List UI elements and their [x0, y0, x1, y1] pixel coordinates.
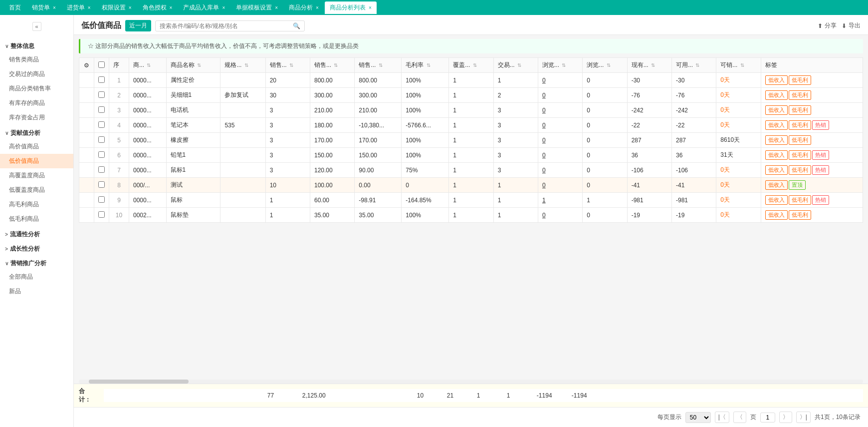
nav-template[interactable]: 单据模板设置 ×	[231, 1, 283, 14]
nav-product-in[interactable]: 产成品入库单 ×	[178, 1, 230, 14]
td-sales1: 3	[265, 103, 310, 118]
scrollbar-thumb[interactable]	[89, 380, 189, 384]
page-size-select[interactable]: 50 20 100	[685, 412, 711, 423]
export-button[interactable]: ⬇ 导出	[842, 21, 861, 30]
browse-value[interactable]: 0	[542, 92, 546, 99]
row-checkbox[interactable]	[98, 76, 105, 83]
td-num: 4	[109, 118, 129, 133]
sidebar-item-all-products[interactable]: 全部商品	[0, 270, 73, 284]
close-icon[interactable]: ×	[53, 5, 56, 10]
th-sales3[interactable]: 销售... ⇅	[355, 58, 402, 73]
close-icon[interactable]: ×	[369, 5, 372, 10]
sidebar-item-category-rate[interactable]: 商品分类销售率	[0, 81, 73, 96]
nav-sales[interactable]: 销货单 ×	[27, 1, 61, 14]
th-stock[interactable]: 现有... ⇅	[627, 58, 671, 73]
sidebar-item-low-margin[interactable]: 低毛利商品	[0, 212, 73, 226]
search-icon[interactable]: 🔍	[293, 22, 300, 29]
sidebar-item-stock-products[interactable]: 有库存的商品	[0, 96, 73, 110]
sidebar-item-sales-products[interactable]: 销售类商品	[0, 52, 73, 67]
td-browse2: 0	[583, 118, 627, 133]
td-code: 0000...	[129, 88, 167, 103]
row-checkbox[interactable]	[98, 136, 105, 143]
browse-value[interactable]: 0	[542, 182, 546, 189]
share-button[interactable]: ⬆ 分享	[818, 21, 837, 30]
nav-analysis-list[interactable]: 商品分析列表 ×	[325, 1, 377, 14]
th-coverage[interactable]: 覆盖... ⇅	[449, 58, 493, 73]
select-all-checkbox[interactable]	[98, 61, 105, 68]
th-sales2[interactable]: 销售... ⇅	[310, 58, 354, 73]
product-tag: 低收入	[765, 120, 788, 130]
row-checkbox[interactable]	[98, 106, 105, 113]
th-name[interactable]: 商品名称 ⇅	[166, 58, 220, 73]
browse-value[interactable]: 0	[542, 167, 546, 174]
product-tag: 低毛利	[789, 135, 811, 145]
row-checkbox[interactable]	[98, 166, 105, 173]
close-icon[interactable]: ×	[316, 5, 319, 10]
product-tag: 热销	[812, 195, 829, 205]
row-checkbox[interactable]	[98, 211, 105, 218]
browse-value[interactable]: 0	[542, 137, 546, 144]
browse-value[interactable]: 0	[542, 212, 546, 219]
browse-value[interactable]: 1	[542, 197, 546, 204]
td-stock: 287	[627, 133, 671, 148]
product-tag: 低收入	[765, 135, 788, 145]
close-icon[interactable]: ×	[275, 5, 278, 10]
nav-product-analysis[interactable]: 商品分析 ×	[284, 1, 324, 14]
last-page-button[interactable]: 〉|	[796, 412, 811, 423]
sidebar-section-growth[interactable]: > 成长性分析	[0, 241, 73, 255]
next-page-button[interactable]: 〉	[779, 412, 792, 423]
sidebar-section-overall[interactable]: ∨ 整体信息	[0, 38, 73, 52]
th-spec[interactable]: 规格... ⇅	[220, 58, 265, 73]
row-checkbox[interactable]	[98, 151, 105, 158]
row-checkbox[interactable]	[98, 121, 105, 128]
th-gear[interactable]: ⚙	[79, 58, 94, 73]
close-icon[interactable]: ×	[222, 5, 225, 10]
close-icon[interactable]: ×	[170, 5, 173, 10]
nav-permission[interactable]: 权限设置 ×	[97, 1, 137, 14]
close-icon[interactable]: ×	[129, 5, 132, 10]
browse-value[interactable]: 0	[542, 152, 546, 159]
filter-recent-month[interactable]: 近一月	[125, 20, 151, 31]
prev-page-button[interactable]: 〈	[733, 412, 746, 423]
sidebar-section-contribution[interactable]: ∨ 贡献值分析	[0, 125, 73, 139]
page-number-input[interactable]	[760, 413, 775, 423]
row-checkbox[interactable]	[98, 91, 105, 98]
td-trade: 1	[493, 208, 538, 223]
collapse-button[interactable]: «	[32, 22, 41, 31]
th-avail[interactable]: 可用... ⇅	[672, 58, 716, 73]
browse-value[interactable]: 0	[542, 107, 546, 114]
th-profit[interactable]: 毛利率 ⇅	[402, 58, 449, 73]
th-browse2[interactable]: 浏览... ⇅	[583, 58, 627, 73]
row-checkbox[interactable]	[98, 196, 105, 203]
browse-value[interactable]: 0	[542, 122, 546, 129]
browse-value[interactable]: 0	[542, 77, 546, 84]
th-sellable[interactable]: 可销... ⇅	[716, 58, 761, 73]
nav-purchase[interactable]: 进货单 ×	[62, 1, 96, 14]
table-header-row: ⚙ 序 商... ⇅ 商品名称 ⇅ 规格... ⇅ 销售... ⇅ 销售... …	[79, 58, 863, 73]
sidebar-item-stock-funds[interactable]: 库存资金占用	[0, 110, 73, 125]
sidebar-item-new-products[interactable]: 新品	[0, 284, 73, 299]
th-browse1[interactable]: 浏览... ⇅	[538, 58, 582, 73]
sidebar-item-high-margin[interactable]: 高毛利商品	[0, 197, 73, 212]
first-page-button[interactable]: |〈	[715, 412, 729, 423]
product-tag: 置顶	[789, 180, 806, 190]
nav-role[interactable]: 角色授权 ×	[138, 1, 178, 14]
nav-home[interactable]: 首页	[4, 1, 26, 14]
td-code: 0002...	[129, 208, 167, 223]
close-icon[interactable]: ×	[88, 5, 91, 10]
th-code[interactable]: 商... ⇅	[129, 58, 167, 73]
td-avail: -76	[672, 88, 716, 103]
row-checkbox[interactable]	[98, 181, 105, 188]
horizontal-scrollbar[interactable]	[79, 380, 863, 384]
sidebar-section-flow[interactable]: > 流通性分析	[0, 226, 73, 241]
search-input[interactable]	[160, 22, 291, 29]
th-sales1[interactable]: 销售... ⇅	[265, 58, 310, 73]
sidebar-item-traded-products[interactable]: 交易过的商品	[0, 67, 73, 81]
sidebar-item-high-value[interactable]: 高价值商品	[0, 139, 73, 154]
sidebar-item-high-coverage[interactable]: 高覆盖度商品	[0, 168, 73, 183]
th-trade[interactable]: 交易... ⇅	[493, 58, 538, 73]
sidebar-section-marketing[interactable]: ∨ 营销推广分析	[0, 255, 73, 270]
sidebar-item-low-coverage[interactable]: 低覆盖度商品	[0, 183, 73, 197]
sidebar-item-low-value[interactable]: 低价值商品	[0, 154, 73, 168]
product-tag: 低毛利	[789, 120, 811, 130]
